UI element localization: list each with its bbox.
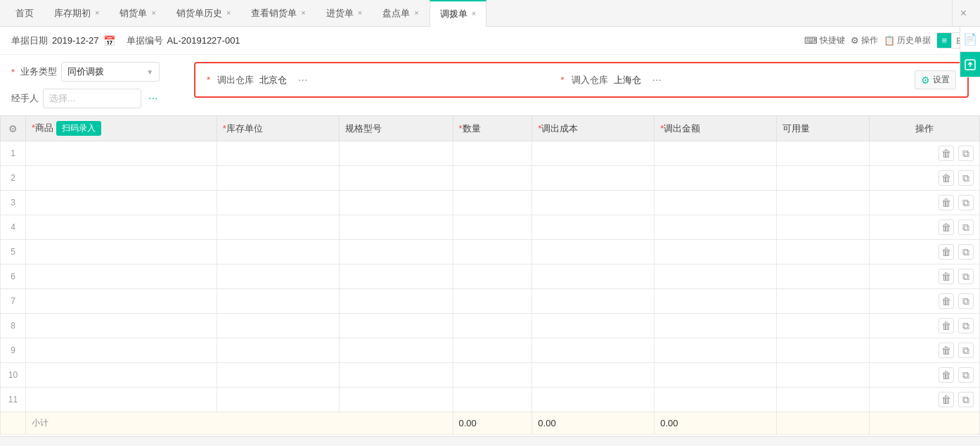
- table-row: 2 🗑 ⧉: [1, 166, 980, 191]
- copy-row-6-button[interactable]: ⧉: [958, 269, 974, 284]
- number-field: 单据编号 AL-20191227-001: [127, 34, 240, 47]
- table-row: 5 🗑⧉: [1, 240, 980, 265]
- copy-row-1-button[interactable]: ⧉: [958, 146, 974, 161]
- delete-row-8-button[interactable]: 🗑: [939, 318, 954, 333]
- tab-inventory-check-close[interactable]: ×: [414, 9, 418, 17]
- cell-qty-1[interactable]: [453, 141, 532, 166]
- date-label: 单据日期: [11, 34, 48, 47]
- cell-action-2: 🗑 ⧉: [869, 166, 979, 191]
- subtotal-qty: 0.00: [453, 412, 532, 435]
- cell-cost-1[interactable]: [532, 141, 655, 166]
- transfer-in-more-icon[interactable]: ···: [652, 74, 662, 87]
- th-unit: *库存单位: [217, 116, 339, 141]
- history-label: 历史单据: [897, 34, 931, 46]
- copy-row-8-button[interactable]: ⧉: [958, 318, 974, 333]
- sidebar-export-button[interactable]: [960, 52, 980, 77]
- cell-unit-2[interactable]: [217, 166, 339, 191]
- delete-row-2-button[interactable]: 🗑: [939, 170, 954, 186]
- settings-gear-icon: ⚙: [921, 75, 930, 86]
- delete-row-4-button[interactable]: 🗑: [939, 219, 954, 235]
- tab-inventory-check[interactable]: 盘点单 ×: [373, 0, 429, 27]
- tab-sales-order[interactable]: 销货单 ×: [110, 0, 166, 27]
- delete-row-10-button[interactable]: 🗑: [939, 367, 954, 383]
- cell-unit-1[interactable]: [217, 141, 339, 166]
- business-type-select[interactable]: 同价调拨 ▼: [61, 62, 160, 82]
- tab-view-sales[interactable]: 查看销货单 ×: [241, 0, 316, 27]
- table-wrapper: ⚙ *商品 扫码录入 *库存单位 规格型号 *数量 *调出成本 *调出金额 可用…: [0, 115, 980, 436]
- tab-sales-history[interactable]: 销货单历史 ×: [167, 0, 241, 27]
- tab-sales-history-label: 销货单历史: [176, 7, 222, 20]
- operations-icon: ⚙: [851, 35, 859, 46]
- bottom-scrollbar[interactable]: [0, 436, 980, 446]
- tab-home[interactable]: 首页: [6, 0, 44, 27]
- cell-amount-2[interactable]: [655, 166, 777, 191]
- delete-row-3-button[interactable]: 🗑: [939, 195, 954, 210]
- transfer-warehouse-box: * 调出仓库 北京仓 ··· * 调入仓库 上海仓 ··· ⚙ 设置: [194, 62, 969, 98]
- delete-row-11-button[interactable]: 🗑: [939, 392, 954, 407]
- date-value: 2019-12-27: [52, 35, 99, 46]
- cell-amount-1[interactable]: [655, 141, 777, 166]
- business-type-arrow: ▼: [146, 68, 153, 76]
- th-spec: 规格型号: [339, 116, 453, 141]
- copy-row-11-button[interactable]: ⧉: [958, 392, 974, 407]
- tab-purchase[interactable]: 进货单 ×: [316, 0, 373, 27]
- copy-row-2-button[interactable]: ⧉: [958, 170, 974, 186]
- tab-sales-order-close[interactable]: ×: [151, 9, 155, 17]
- history-docs-button[interactable]: 📋 历史单据: [884, 34, 931, 46]
- toolbar-actions: ⌨ 快捷键 ⚙ 操作 📋 历史单据 ≡ ⊞: [804, 32, 969, 49]
- sidebar-doc-button[interactable]: 📄: [960, 27, 980, 52]
- copy-row-4-button[interactable]: ⧉: [958, 219, 974, 235]
- cell-available-2[interactable]: [777, 166, 869, 191]
- settings-button[interactable]: ⚙ 设置: [915, 70, 956, 89]
- business-type-required: *: [11, 67, 15, 77]
- tab-transfer[interactable]: 调拨单 ×: [430, 0, 486, 27]
- transfer-out-label: 调出仓库: [217, 74, 254, 87]
- delete-row-7-button[interactable]: 🗑: [939, 293, 954, 309]
- business-type-label: 业务类型: [20, 65, 57, 78]
- copy-row-9-button[interactable]: ⧉: [958, 343, 974, 358]
- row-num-3: 3: [1, 191, 26, 215]
- copy-row-7-button[interactable]: ⧉: [958, 293, 974, 309]
- list-view-button[interactable]: ≡: [937, 33, 952, 48]
- cell-cost-2[interactable]: [532, 166, 655, 191]
- cell-product-1[interactable]: [26, 141, 217, 166]
- cell-product-2[interactable]: [26, 166, 217, 191]
- tab-sales-history-close[interactable]: ×: [226, 9, 231, 17]
- copy-row-10-button[interactable]: ⧉: [958, 367, 974, 383]
- gear-icon[interactable]: ⚙: [8, 123, 18, 134]
- copy-row-3-button[interactable]: ⧉: [958, 195, 974, 210]
- shortcut-keys-button[interactable]: ⌨ 快捷键: [804, 34, 845, 46]
- delete-row-6-button[interactable]: 🗑: [939, 269, 954, 284]
- tab-inventory-init[interactable]: 库存期初 ×: [44, 0, 110, 27]
- manager-more-icon[interactable]: ···: [148, 92, 157, 105]
- copy-row-5-button[interactable]: ⧉: [958, 244, 974, 260]
- transfer-out-value: 北京仓: [259, 74, 287, 87]
- window-close-button[interactable]: ×: [952, 0, 974, 27]
- delete-row-5-button[interactable]: 🗑: [939, 244, 954, 260]
- operations-button[interactable]: ⚙ 操作: [851, 34, 878, 46]
- transfer-out-field: * 调出仓库 北京仓 ···: [207, 74, 533, 87]
- cell-spec-1[interactable]: [339, 141, 453, 166]
- cell-spec-2[interactable]: [339, 166, 453, 191]
- delete-row-1-button[interactable]: 🗑: [939, 146, 954, 161]
- tab-transfer-close[interactable]: ×: [472, 10, 476, 18]
- scan-button[interactable]: 扫码录入: [56, 121, 101, 136]
- th-cost: *调出成本: [532, 116, 655, 141]
- subtotal-row: 小计 0.00 0.00 0.00: [1, 412, 980, 435]
- delete-row-9-button[interactable]: 🗑: [939, 343, 954, 358]
- cell-available-1[interactable]: [777, 141, 869, 166]
- tab-purchase-close[interactable]: ×: [358, 9, 362, 17]
- tab-view-sales-close[interactable]: ×: [301, 9, 305, 17]
- tab-transfer-label: 调拨单: [440, 8, 468, 20]
- tab-inventory-init-label: 库存期初: [54, 7, 91, 20]
- cell-qty-2[interactable]: [453, 166, 532, 191]
- th-action: 操作: [869, 116, 979, 141]
- tab-inventory-init-close[interactable]: ×: [95, 9, 99, 17]
- manager-select[interactable]: 选择...: [43, 89, 141, 108]
- calendar-icon[interactable]: 📅: [103, 35, 115, 46]
- history-icon: 📋: [884, 35, 895, 46]
- transfer-out-more-icon[interactable]: ···: [298, 74, 307, 87]
- table-row: 6 🗑⧉: [1, 265, 980, 289]
- business-type-field: * 业务类型 同价调拨 ▼: [11, 62, 180, 82]
- table-header-row: ⚙ *商品 扫码录入 *库存单位 规格型号 *数量 *调出成本 *调出金额 可用…: [1, 116, 980, 141]
